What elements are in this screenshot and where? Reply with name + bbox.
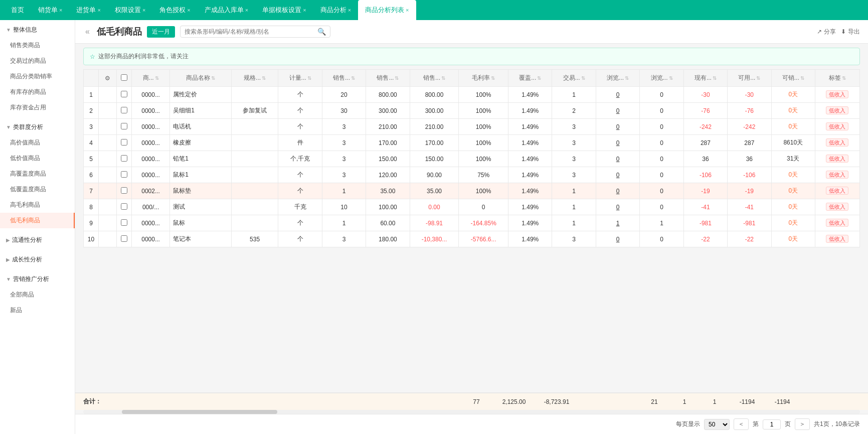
select-all-checkbox[interactable] [121,74,127,81]
nav-sales-close[interactable]: × [59,7,62,13]
row-checkbox[interactable] [121,203,127,210]
th-browse1[interactable]: 浏览...⇅ [596,70,639,87]
row-checkbox[interactable] [121,187,127,194]
th-tag[interactable]: 标签⇅ [815,70,859,87]
td-browse1[interactable]: 0 [596,119,639,135]
row-checkbox[interactable] [121,219,127,226]
th-name[interactable]: 商品名称⇅ [170,70,232,87]
nav-purchase-close[interactable]: × [97,7,100,13]
sidebar-group-cluster-title[interactable]: ▼ 类群度分析 [0,119,75,135]
row-checkbox[interactable] [121,107,127,113]
th-sales-profit[interactable]: 销售...⇅ [410,70,459,87]
td-browse1[interactable]: 0 [596,183,639,199]
nav-home[interactable]: 首页 [4,0,31,20]
row-checkbox[interactable] [121,123,127,129]
th-current[interactable]: 现有...⇅ [683,70,727,87]
nav-roles-close[interactable]: × [187,7,190,13]
td-sales-amt: 35.00 [366,183,410,199]
sidebar-item-high-coverage[interactable]: 高覆盖度商品 [0,166,75,182]
sidebar-item-high-value[interactable]: 高价值商品 [0,135,75,151]
nav-permissions-close[interactable]: × [142,7,145,13]
nav-product-stock[interactable]: 产成品入库单× [198,0,255,20]
next-page-btn[interactable]: ＞ [795,418,810,430]
nav-roles[interactable]: 角色授权× [152,0,197,20]
row-checkbox[interactable] [121,235,127,242]
collapse-sidebar-btn[interactable]: « [83,25,92,38]
nav-product-stock-close[interactable]: × [245,7,248,13]
nav-template[interactable]: 单据模板设置× [255,0,313,20]
sidebar-item-traded-goods[interactable]: 交易过的商品 [0,53,75,69]
td-checkbox [117,87,132,103]
prev-page-btn[interactable]: ＜ [734,418,749,430]
th-settings[interactable]: ⚙ [99,70,117,87]
sidebar-group-growth-title[interactable]: ▶ 成长性分析 [0,252,75,267]
td-available: 287 [728,135,771,151]
page-input[interactable] [763,419,781,429]
nav-template-close[interactable]: × [303,7,306,13]
sidebar-item-all-goods[interactable]: 全部商品 [0,287,75,303]
row-checkbox[interactable] [121,155,127,162]
td-browse1[interactable]: 0 [596,151,639,167]
td-settings [99,183,117,199]
td-browse1[interactable]: 0 [596,135,639,151]
total-sales-profit: -8,723.91 [534,398,579,405]
row-checkbox[interactable] [121,139,127,146]
sidebar-item-new-goods[interactable]: 新品 [0,303,75,318]
th-salable[interactable]: 可销...⇅ [771,70,815,87]
th-sales-qty[interactable]: 销售...⇅ [322,70,366,87]
nav-sales[interactable]: 销货单× [31,0,69,20]
td-name: 属性定价 [170,87,232,103]
td-spec [231,215,278,231]
sidebar-item-category-rate[interactable]: 商品分类助销率 [0,69,75,84]
td-name: 测试 [170,199,232,215]
td-browse1[interactable]: 0 [596,199,639,215]
per-page-select[interactable]: 50 100 200 [704,419,730,430]
td-browse1[interactable]: 0 [596,231,639,247]
td-checkbox [117,151,132,167]
sidebar-item-sales-goods[interactable]: 销售类商品 [0,38,75,53]
search-input[interactable] [185,28,317,35]
th-spec[interactable]: 规格...⇅ [231,70,278,87]
nav-product-analysis-close[interactable]: × [348,7,351,13]
sidebar-item-in-stock[interactable]: 有库存的商品 [0,84,75,100]
horizontal-scrollbar[interactable] [83,410,860,414]
search-icon[interactable]: 🔍 [317,28,326,36]
nav-analysis-list-close[interactable]: × [406,7,409,13]
th-unit[interactable]: 计量...⇅ [278,70,322,87]
td-browse1[interactable]: 0 [596,87,639,103]
nav-purchase[interactable]: 进货单× [69,0,107,20]
sidebar-group-marketing-label: 营销推广分析 [13,275,49,283]
sidebar-item-low-margin[interactable]: 低毛利商品 [0,213,75,228]
th-code[interactable]: 商...⇅ [132,70,170,87]
sidebar-item-stock-capital[interactable]: 库存资金占用 [0,100,75,115]
period-button[interactable]: 近一月 [147,26,175,38]
td-browse1[interactable]: 0 [596,103,639,119]
th-available[interactable]: 可用...⇅ [728,70,771,87]
share-icon: ↗ [817,28,822,35]
nav-analysis-list[interactable]: 商品分析列表× [358,0,416,20]
th-sales-amt[interactable]: 销售...⇅ [366,70,410,87]
sidebar-group-circulation-title[interactable]: ▶ 流通性分析 [0,232,75,248]
nav-product-analysis[interactable]: 商品分析× [313,0,358,20]
th-transaction[interactable]: 交易...⇅ [552,70,596,87]
row-checkbox[interactable] [121,91,127,97]
sidebar-item-high-margin[interactable]: 高毛利商品 [0,197,75,213]
share-button[interactable]: ↗ 分享 [817,28,836,36]
th-coverage[interactable]: 覆盖...⇅ [508,70,552,87]
th-gross-rate[interactable]: 毛利率⇅ [459,70,508,87]
export-button[interactable]: ⬇ 导出 [841,28,860,36]
scrollbar-thumb[interactable] [122,410,277,414]
sidebar-item-low-coverage[interactable]: 低覆盖度商品 [0,182,75,197]
td-browse1[interactable]: 1 [596,215,639,231]
nav-permissions[interactable]: 权限设置× [108,0,152,20]
sidebar-group-overall-title[interactable]: ▼ 整体信息 [0,22,75,38]
row-checkbox[interactable] [121,171,127,178]
th-browse2[interactable]: 浏览...⇅ [640,70,683,87]
page-label: 第 [753,420,759,428]
arrow-icon-marketing: ▼ [6,276,11,282]
sidebar-group-marketing-title[interactable]: ▼ 营销推广分析 [0,271,75,287]
td-browse1[interactable]: 0 [596,167,639,183]
td-settings [99,135,117,151]
sidebar-item-low-value[interactable]: 低价值商品 [0,151,75,166]
td-sales-amt: 170.00 [366,135,410,151]
